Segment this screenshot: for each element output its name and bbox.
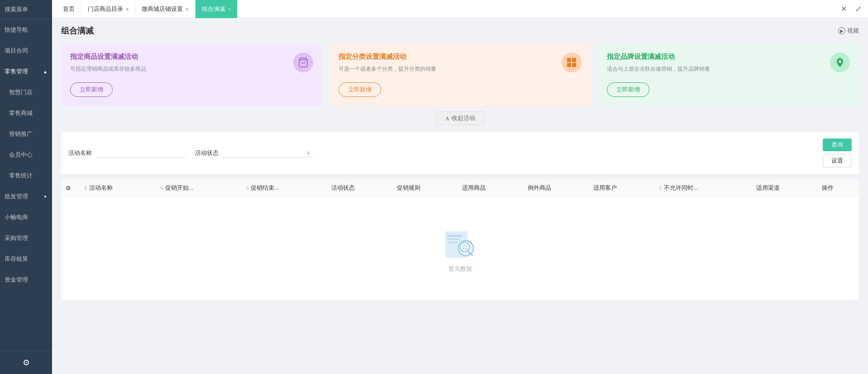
empty-illustration <box>438 224 483 265</box>
svg-rect-4 <box>572 63 576 67</box>
sidebar-item-member-center[interactable]: 会员中心 <box>0 144 52 165</box>
th-no-concurrent[interactable]: ⇅ 不允许同时... <box>654 179 752 197</box>
play-icon: ▶ <box>838 27 845 34</box>
sort-icon: ⇅ <box>84 186 87 191</box>
page-title: 组合满减 <box>61 25 94 36</box>
chevron-up-icon: ▲ <box>43 69 48 74</box>
activity-status-label: 活动状态 <box>195 149 219 157</box>
table-header-row: ⚙ ⇅ 活动名称 ⇅ 促销开始... ⇅ 促销结束... <box>61 179 859 197</box>
activity-name-input[interactable] <box>95 149 186 158</box>
th-operation: 操作 <box>817 179 859 197</box>
close-tab-wechat-store[interactable]: × <box>186 6 188 12</box>
sidebar-item-retail-mall[interactable]: 零售商城 <box>0 103 52 124</box>
filter-activity-status: 活动状态 ∨ <box>195 149 313 158</box>
sidebar-item-smart-store[interactable]: 智慧门店 <box>0 82 52 103</box>
cards-row: 指定商品设置满减活动 可指定滞销商品或库存较多商品 立即新增 指定分类设置满减活… <box>61 43 859 106</box>
th-exception-goods: 例外商品 <box>523 179 589 197</box>
card-product-desc: 可指定滞销商品或库存较多商品 <box>70 65 313 73</box>
filter-actions: 查询 设置 <box>823 139 852 168</box>
card-category-add-btn[interactable]: 立即新增 <box>339 82 381 97</box>
sidebar-item-retail-mgmt[interactable]: 零售管理 ▲ <box>0 61 52 82</box>
sort-icon: ⇅ <box>658 186 662 191</box>
empty-text: 暂无数据 <box>448 265 472 273</box>
sidebar-item-wholesale-mgmt[interactable]: 批发管理 ▼ <box>0 186 52 207</box>
close-tab-combo-discount[interactable]: × <box>228 6 231 12</box>
data-table-wrap: ⚙ ⇅ 活动名称 ⇅ 促销开始... ⇅ 促销结束... <box>61 179 859 300</box>
th-applicable-goods: 适用商品 <box>458 179 523 197</box>
card-brand-title: 指定品牌设置满减活动 <box>607 53 850 61</box>
sidebar: 搜索菜单 快捷导航 项目合同 零售管理 ▲ 智慧门店 零售商城 营销推广 会员中… <box>0 0 52 374</box>
query-button[interactable]: 查询 <box>823 139 852 151</box>
close-tab-store-catalog[interactable]: × <box>126 6 129 12</box>
svg-rect-7 <box>447 235 462 236</box>
chevron-down-icon: ∨ <box>306 149 311 156</box>
filter-row: 活动名称 活动状态 ∨ 查询 设置 <box>61 132 859 174</box>
sidebar-item-purchase-mgmt[interactable]: 采购管理 <box>0 228 52 249</box>
chevron-up-icon: ∧ <box>445 115 450 122</box>
card-category-title: 指定分类设置满减活动 <box>339 53 582 61</box>
th-promo-end[interactable]: ⇅ 促销结束... <box>241 179 327 197</box>
data-table: ⚙ ⇅ 活动名称 ⇅ 促销开始... ⇅ 促销结束... <box>61 179 859 300</box>
tab-home[interactable]: 首页 <box>57 0 81 18</box>
sidebar-item-finance[interactable]: 资金管理 <box>0 269 52 290</box>
card-brand-desc: 适合与上游企业联合做营销，提升品牌销量 <box>607 65 850 73</box>
sidebar-search[interactable]: 搜索菜单 <box>0 0 52 19</box>
gear-icon: ⚙ <box>23 358 30 368</box>
th-promo-start[interactable]: ⇅ 促销开始... <box>155 179 241 197</box>
sidebar-item-retail-stats[interactable]: 零售统计 <box>0 165 52 186</box>
sidebar-item-inventory[interactable]: 库存核算 <box>0 249 52 269</box>
maximize-icon[interactable]: ⤢ <box>853 4 863 14</box>
activity-name-label: 活动名称 <box>68 149 92 157</box>
th-promo-rule: 促销规则 <box>392 179 458 197</box>
card-brand-add-btn[interactable]: 立即新增 <box>607 82 649 97</box>
main-area: 首页 门店商品目录 × 微商城店铺设置 × 组合满减 × ✕ ⤢ 组合满减 ▶ … <box>52 0 868 374</box>
tabbar: 首页 门店商品目录 × 微商城店铺设置 × 组合满减 × ✕ ⤢ <box>52 0 868 18</box>
th-activity-name[interactable]: ⇅ 活动名称 <box>79 179 155 197</box>
video-link[interactable]: ▶ 视频 <box>838 27 859 35</box>
table-gear-icon: ⚙ <box>66 185 71 192</box>
card-product-icon <box>293 53 313 72</box>
card-product: 指定商品设置满减活动 可指定滞销商品或库存较多商品 立即新增 <box>61 43 322 106</box>
th-applicable-customer: 适用客户 <box>589 179 654 197</box>
card-product-title: 指定商品设置满减活动 <box>70 53 313 61</box>
sort-icon: ⇅ <box>246 186 249 191</box>
activity-status-select[interactable]: ∨ <box>222 149 313 158</box>
close-window-icon[interactable]: ✕ <box>838 4 849 14</box>
sidebar-item-xiaochu-ecom[interactable]: 小畅电商 <box>0 207 52 228</box>
chevron-down-icon: ▼ <box>43 194 48 199</box>
page-header: 组合满减 ▶ 视频 <box>61 25 859 36</box>
svg-point-5 <box>839 60 841 63</box>
collapse-bar: ∧ 收起活动 <box>61 111 859 125</box>
table-body: 暂无数据 <box>61 197 859 301</box>
card-category: 指定分类设置满减活动 可选一个或者多个分类，提升分类的销量 立即新增 <box>329 43 591 106</box>
tab-store-catalog[interactable]: 门店商品目录 × <box>81 0 135 18</box>
svg-rect-3 <box>567 63 571 67</box>
collapse-activities-btn[interactable]: ∧ 收起活动 <box>436 111 485 125</box>
tabbar-right: ✕ ⤢ <box>838 4 863 14</box>
card-brand-icon <box>830 53 850 72</box>
th-applicable-channel: 适用渠道 <box>752 179 817 197</box>
tab-wechat-store[interactable]: 微商城店铺设置 × <box>135 0 195 18</box>
card-product-add-btn[interactable]: 立即新增 <box>70 82 113 97</box>
sidebar-settings[interactable]: ⚙ <box>0 351 52 374</box>
svg-point-11 <box>460 243 469 252</box>
sidebar-item-quick-nav[interactable]: 快捷导航 <box>0 19 52 40</box>
card-category-icon <box>562 53 582 72</box>
tab-combo-discount[interactable]: 组合满减 × <box>196 0 238 18</box>
sidebar-item-marketing[interactable]: 营销推广 <box>0 124 52 144</box>
svg-rect-9 <box>447 242 458 243</box>
content-area: 组合满减 ▶ 视频 指定商品设置满减活动 可指定滞销商品或库存较多商品 <box>52 18 868 374</box>
sort-icon: ⇅ <box>160 186 163 191</box>
svg-rect-2 <box>572 58 576 62</box>
svg-rect-1 <box>567 58 571 62</box>
filter-activity-name: 活动名称 <box>68 149 186 158</box>
card-brand: 指定品牌设置满减活动 适合与上游企业联合做营销，提升品牌销量 立即新增 <box>598 43 859 106</box>
th-activity-status: 活动状态 <box>327 179 392 197</box>
empty-state: 暂无数据 <box>61 197 859 300</box>
th-gear[interactable]: ⚙ <box>61 179 79 197</box>
sidebar-item-project-contract[interactable]: 项目合同 <box>0 40 52 61</box>
card-category-desc: 可选一个或者多个分类，提升分类的销量 <box>339 65 582 73</box>
settings-button[interactable]: 设置 <box>823 154 852 168</box>
empty-row: 暂无数据 <box>61 197 859 301</box>
svg-rect-8 <box>447 239 460 240</box>
